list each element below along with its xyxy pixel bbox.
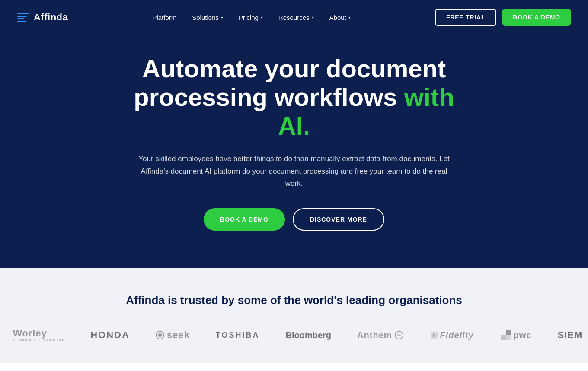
logo-icon — [17, 13, 29, 22]
svg-point-1 — [158, 333, 162, 337]
nav-item-about[interactable]: About ▾ — [329, 14, 351, 21]
nav-item-solutions[interactable]: Solutions ▾ — [192, 14, 223, 21]
book-demo-hero-button[interactable]: BOOK A DEMO — [204, 208, 285, 231]
svg-text:F: F — [433, 333, 435, 338]
free-trial-button[interactable]: FREE TRIAL — [435, 9, 496, 26]
book-demo-nav-button[interactable]: BOOK A DEMO — [502, 9, 571, 26]
list-item: Worley chemicals | resources — [13, 329, 64, 342]
list-item: SIEM — [557, 330, 582, 341]
svg-rect-5 — [506, 330, 511, 335]
svg-rect-6 — [501, 335, 506, 340]
logos-strip: Worley chemicals | resources HONDA seek … — [0, 329, 588, 342]
chevron-down-icon: ▾ — [261, 15, 263, 20]
list-item: TOSHIBA — [216, 331, 260, 340]
list-item: HONDA — [90, 330, 130, 341]
list-item: pwc — [500, 329, 532, 341]
hero-content: Automate your document processing workfl… — [117, 54, 471, 231]
nav-links: Platform Solutions ▾ Pricing ▾ Resources… — [152, 14, 350, 21]
nav-item-resources[interactable]: Resources ▾ — [278, 14, 314, 21]
navbar: Affinda Platform Solutions ▾ Pricing ▾ R… — [0, 0, 588, 35]
hero-title: Automate your document processing workfl… — [117, 54, 471, 141]
trusted-title: Affinda is trusted by some of the world'… — [0, 294, 588, 307]
logo[interactable]: Affinda — [17, 12, 68, 23]
list-item: Bloomberg — [286, 330, 332, 340]
svg-rect-7 — [506, 335, 511, 340]
list-item: seek — [156, 330, 190, 341]
hero-buttons: BOOK A DEMO DISCOVER MORE — [117, 208, 471, 231]
list-item: Anthem — [357, 330, 403, 340]
nav-item-pricing[interactable]: Pricing ▾ — [239, 14, 263, 21]
discover-more-button[interactable]: DISCOVER MORE — [293, 208, 384, 231]
chevron-down-icon: ▾ — [348, 15, 351, 20]
nav-actions: FREE TRIAL BOOK A DEMO — [435, 9, 571, 26]
chevron-down-icon: ▾ — [312, 15, 314, 20]
nav-item-platform[interactable]: Platform — [152, 14, 176, 21]
hero-section: Automate your document processing workfl… — [0, 0, 588, 268]
list-item: F Fidelity — [430, 330, 474, 340]
trusted-section: Affinda is trusted by some of the world'… — [0, 268, 588, 363]
hero-subtitle: Your skilled employees have better thing… — [138, 153, 450, 190]
chevron-down-icon: ▾ — [221, 15, 223, 20]
logo-text: Affinda — [34, 12, 68, 23]
